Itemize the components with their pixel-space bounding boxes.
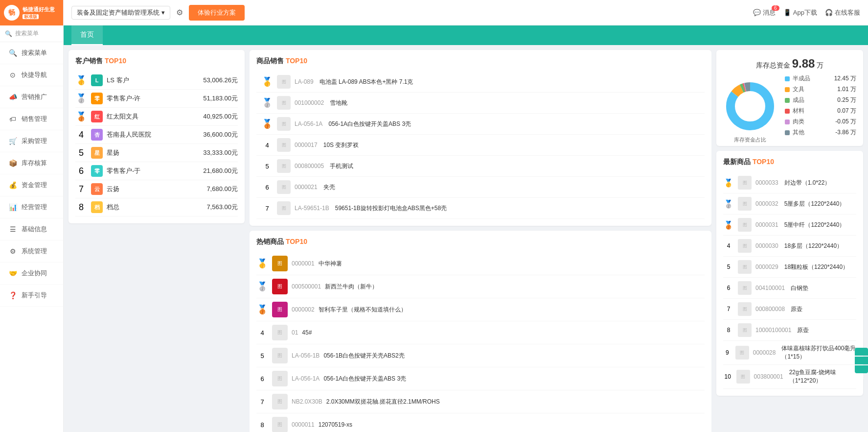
customer-table: 🥇 L LS 客户 53,006.26元 🥈 零 零售客户-许 51,183.0… — [75, 72, 238, 216]
product-name: 59651-1B旋转投影灯电池盒ABS黑色+58壳 — [335, 204, 447, 213]
rank-badge: 🥇 — [75, 75, 87, 86]
product-code: 01 — [292, 329, 298, 336]
customer-name: 零售客户-许 — [107, 94, 199, 103]
messages-icon-item[interactable]: 💬 消息 6 — [753, 8, 776, 17]
legend-dot — [785, 120, 790, 124]
rank-badge: 4 — [75, 130, 87, 140]
sidebar-item-inventory[interactable]: 📦库存核算 — [0, 152, 63, 174]
menu-icon-basic-info: ☰ — [8, 224, 18, 234]
inventory-label: 库存总资金 — [756, 61, 790, 69]
hot-product-row: 7 图 NB2.0X30B 2.0X30MM双搓花轴.搓花直径2.1MM/ROH… — [256, 390, 705, 413]
logo-icon: 畅 — [4, 5, 20, 21]
product-name: 056-1B白色按键开关壳ABS2壳 — [323, 352, 404, 360]
product-name: 056-1A白色按键开关盖ABS 3壳 — [323, 375, 406, 383]
sidebar-item-system[interactable]: ⚙系统管理 — [0, 240, 63, 263]
product-image: 图 — [272, 302, 288, 317]
sidebar-item-quick-nav[interactable]: ⊙快捷导航 — [0, 64, 63, 86]
product-name: 18颗粒板（1220*2440） — [784, 263, 848, 271]
sidebar-item-operations[interactable]: 📊经营管理 — [0, 196, 63, 218]
inventory-total: 库存总资金 9.88 万 — [723, 57, 856, 71]
customer-row: 🥈 零 零售客户-许 51,183.00元 — [75, 90, 238, 108]
customer-avatar: L — [91, 74, 103, 86]
topbar-system-dropdown[interactable]: 装备及固定资产辅助管理系统 ▾ — [71, 6, 170, 20]
sidebar-search[interactable]: 🔍 搜索菜单 — [0, 25, 63, 42]
donut-chart-svg — [723, 79, 777, 133]
hot-product-row: 4 图 01 45# — [256, 321, 705, 344]
sidebar-item-basic-info[interactable]: ☰基础信息 — [0, 218, 63, 240]
sidebar-item-marketing[interactable]: 📣营销推广 — [0, 86, 63, 108]
rank-badge: 6 — [75, 166, 87, 176]
customer-row: 🥇 L LS 客户 53,006.26元 — [75, 72, 238, 90]
product-image-placeholder: 图 — [272, 417, 288, 432]
mid-product-table: 🥇 图 LA-089 电池盖 LA-089 ABS本色+黑种 7.1克 🥈 图 … — [256, 72, 705, 219]
rank-badge: 🥈 — [261, 97, 273, 108]
float-cs-live[interactable]: 直播 — [855, 365, 868, 373]
rank-badge: 6 — [256, 375, 268, 383]
float-cs-community[interactable]: 服务社区 — [855, 357, 868, 364]
rank-badge: 6 — [723, 285, 734, 291]
online-service-label: 在线客服 — [835, 8, 860, 17]
logo-text: 畅捷通好生意 标准版 — [23, 6, 55, 20]
rank-badge: 7 — [723, 306, 734, 312]
inventory-amount: 9.88 — [792, 57, 815, 70]
sidebar: 畅 畅捷通好生意 标准版 🔍 搜索菜单 🔍搜索菜单⊙快捷导航📣营销推广🏷销售管理… — [0, 0, 64, 432]
trial-button[interactable]: 体验行业方案 — [189, 5, 245, 21]
new-product-thumbnail: 图 — [738, 176, 752, 190]
float-cs-hotline[interactable]: 客服热线 — [855, 348, 868, 356]
new-product-row: 9 图 0000028 体味嘉核味苏打饮品400毫升（1*15） — [723, 341, 856, 365]
legend-name: 材料 — [793, 107, 834, 115]
legend-item: 半成品 12.45 万 — [785, 74, 856, 83]
new-product-thumbnail: 图 — [735, 346, 749, 360]
customer-avatar: 档 — [91, 201, 103, 213]
topbar-gear-icon[interactable]: ⚙ — [176, 8, 183, 17]
menu-icon-finance: 💰 — [8, 180, 18, 190]
legend-item: 其他 -3.86 万 — [785, 128, 856, 137]
product-image-placeholder: 图 — [272, 348, 288, 363]
menu-icon-system: ⚙ — [8, 246, 18, 256]
sidebar-item-search[interactable]: 🔍搜索菜单 — [0, 42, 63, 64]
sidebar-item-finance[interactable]: 💰资金管理 — [0, 174, 63, 196]
tab-home[interactable]: 首页 — [71, 25, 103, 45]
product-thumbnail: 图 — [277, 75, 291, 89]
customer-name: 星扬 — [107, 148, 199, 157]
rank-badge: 🥇 — [256, 258, 268, 269]
hot-product-row: 8 图 0000011 12070519-xs — [256, 413, 705, 432]
product-name: 封边带（1.0*22） — [784, 179, 831, 187]
product-name: 原壶 — [791, 305, 802, 313]
legend-dot — [785, 98, 790, 103]
legend-name: 文具 — [793, 85, 834, 94]
rank-badge: 🥈 — [256, 281, 268, 292]
customer-amount: 7,563.00元 — [206, 203, 238, 212]
sidebar-item-guide[interactable]: ❓新手引导 — [0, 285, 63, 307]
legend-name: 成品 — [793, 96, 834, 104]
product-code: LA-59651-1B — [295, 205, 329, 212]
product-code: 10000100001 — [755, 327, 791, 334]
new-products-card: 最新商品 TOP10 🥇 图 0000033 封边带（1.0*22） 🥈 图 0… — [716, 151, 863, 396]
legend-value: 12.45 万 — [834, 74, 856, 83]
message-icon: 💬 — [753, 9, 761, 16]
sidebar-item-enterprise[interactable]: 🤝企业协同 — [0, 263, 63, 285]
rank-badge: 6 — [261, 184, 273, 191]
sidebar-item-purchase[interactable]: 🛒采购管理 — [0, 130, 63, 152]
product-name: 45# — [302, 329, 312, 336]
product-name: 新西兰牛肉（新牛） — [325, 283, 378, 291]
app-download-item[interactable]: 📱 App下载 — [783, 8, 817, 17]
inventory-unit: 万 — [817, 61, 823, 69]
product-code: 0000032 — [755, 200, 778, 207]
menu-icon-search: 🔍 — [8, 48, 18, 58]
legend-list: 半成品 12.45 万 文具 1.01 万 成品 0.25 万 材料 0.07 … — [785, 74, 856, 139]
rank-badge: 5 — [75, 148, 87, 158]
topbar-right: 💬 消息 6 📱 App下载 🎧 在线客服 — [753, 8, 860, 17]
mid-product-row: 5 图 000800005 手机测试 — [256, 156, 705, 177]
rank-badge: 🥉 — [261, 119, 273, 129]
product-code: 0000001 — [292, 260, 315, 267]
product-code: NB2.0X30B — [292, 398, 322, 405]
customer-ranking-card: 客户销售 TOP10 🥇 L LS 客户 53,006.26元 🥈 零 零售客户… — [69, 50, 245, 223]
sidebar-item-sales[interactable]: 🏷销售管理 — [0, 108, 63, 130]
online-service-item[interactable]: 🎧 在线客服 — [825, 8, 860, 17]
product-image: 图 — [272, 256, 288, 271]
product-name: 056-1A白色按键开关盖ABS 3壳 — [328, 120, 411, 128]
mid-product-row: 4 图 0000017 10S 变刹罗衩 — [256, 135, 705, 156]
sidebar-logo: 畅 畅捷通好生意 标准版 — [0, 0, 63, 25]
rank-badge: 🥈 — [723, 199, 734, 209]
